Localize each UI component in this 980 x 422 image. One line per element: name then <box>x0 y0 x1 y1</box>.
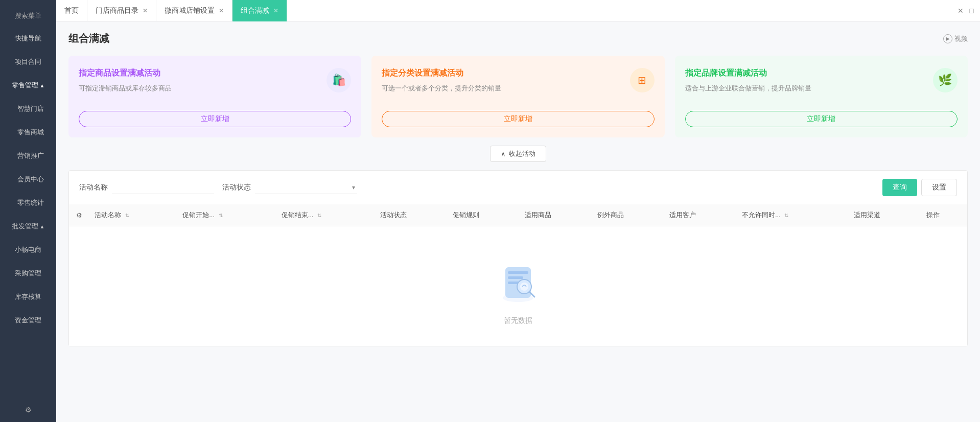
tab-bar: 首页 门店商品目录 ✕ 微商城店铺设置 ✕ 组合满减 ✕ ✕ □ <box>56 0 980 21</box>
table-col-promo-rule: 促销规则 <box>448 204 520 226</box>
sidebar-item-smart-store[interactable]: 智慧门店 <box>0 97 56 121</box>
tab-combo-discount[interactable]: 组合满减 ✕ <box>232 0 287 21</box>
sidebar-item-purchase-mgmt[interactable]: 采购管理 <box>0 262 56 285</box>
tab-wechat-store-close[interactable]: ✕ <box>219 7 224 14</box>
sidebar-item-retail-stats[interactable]: 零售统计 <box>0 191 56 215</box>
sort-icon-no-concurrent: ⇅ <box>784 213 788 218</box>
table-wrapper: ⚙ 活动名称 ⇅ 促销开始... ⇅ 促销结束... ⇅ <box>69 204 967 346</box>
activity-status-label: 活动状态 <box>222 183 251 192</box>
category-card-title: 指定分类设置满减活动 <box>382 68 654 79</box>
table-col-activity-status: 活动状态 <box>375 204 448 226</box>
sidebar-search[interactable]: 搜索菜单 <box>0 5 56 27</box>
promo-cards-row: 🛍️ 指定商品设置满减活动 可指定滞销商品或库存较多商品 立即新增 ⊞ 指定分类… <box>68 56 968 137</box>
tab-home[interactable]: 首页 <box>56 0 87 21</box>
settings-button[interactable]: 设置 <box>921 179 957 196</box>
brand-card-icon: 🌿 <box>933 68 958 92</box>
sidebar: 搜索菜单 快捷导航 项目合同 零售管理 智慧门店 零售商城 营销推广 会员中心 … <box>0 0 56 422</box>
empty-text: 暂无数据 <box>69 316 967 325</box>
content-area: 组合满减 ▶ 视频 🛍️ 指定商品设置满减活动 可指定滞销商品或库存较多商品 立… <box>56 21 980 422</box>
search-actions: 查询 设置 <box>882 179 957 196</box>
table-col-exception-goods: 例外商品 <box>592 204 665 226</box>
svg-rect-3 <box>508 276 523 279</box>
table-col-promo-end[interactable]: 促销结束... ⇅ <box>276 204 376 226</box>
table-col-applicable-channel: 适用渠道 <box>849 204 921 226</box>
table-col-no-concurrent[interactable]: 不允许同时... ⇅ <box>737 204 849 226</box>
page-title: 组合满减 <box>68 32 109 45</box>
product-card-add-button[interactable]: 立即新增 <box>79 111 351 127</box>
sidebar-item-inventory[interactable]: 库存核算 <box>0 285 56 309</box>
empty-icon <box>493 257 544 308</box>
category-card-desc: 可选一个或者多个分类，提升分类的销量 <box>382 84 654 103</box>
search-bar: 活动名称 活动状态 ▾ 查询 设置 <box>69 171 967 204</box>
table-col-promo-start[interactable]: 促销开始... ⇅ <box>177 204 276 226</box>
sidebar-item-retail-mall[interactable]: 零售商城 <box>0 121 56 144</box>
table-col-settings[interactable]: ⚙ <box>69 204 89 226</box>
sidebar-item-marketing[interactable]: 营销推广 <box>0 144 56 168</box>
sidebar-item-quick-nav[interactable]: 快捷导航 <box>0 27 56 50</box>
tab-combo-discount-close[interactable]: ✕ <box>273 7 278 14</box>
table-col-action: 操作 <box>921 204 967 226</box>
table-col-applicable-goods: 适用商品 <box>520 204 592 226</box>
main-area: 首页 门店商品目录 ✕ 微商城店铺设置 ✕ 组合满减 ✕ ✕ □ 组合满减 ▶ … <box>56 0 980 422</box>
sidebar-item-member-center[interactable]: 会员中心 <box>0 168 56 191</box>
svg-point-7 <box>520 283 528 291</box>
collapse-chevron-icon: ∧ <box>501 150 506 158</box>
settings-gear-icon[interactable]: ⚙ <box>0 397 56 422</box>
category-card-add-button[interactable]: 立即新增 <box>382 111 654 127</box>
activity-name-field: 活动名称 <box>79 181 214 194</box>
tab-store-catalog[interactable]: 门店商品目录 ✕ <box>87 0 156 21</box>
query-button[interactable]: 查询 <box>882 179 917 196</box>
promo-card-brand: 🌿 指定品牌设置满减活动 适合与上游企业联合做营销，提升品牌销量 立即新增 <box>675 56 968 137</box>
table-header-row: ⚙ 活动名称 ⇅ 促销开始... ⇅ 促销结束... ⇅ <box>69 204 967 226</box>
page-header: 组合满减 ▶ 视频 <box>68 32 968 45</box>
brand-card-desc: 适合与上游企业联合做营销，提升品牌销量 <box>685 84 958 103</box>
product-card-desc: 可指定滞销商品或库存较多商品 <box>79 84 351 103</box>
activity-table: ⚙ 活动名称 ⇅ 促销开始... ⇅ 促销结束... ⇅ <box>69 204 967 226</box>
activity-status-field: 活动状态 ▾ <box>222 181 357 194</box>
activity-name-input[interactable] <box>112 181 214 194</box>
table-col-applicable-customer: 适用客户 <box>664 204 737 226</box>
sort-icon-activity-name: ⇅ <box>125 213 129 218</box>
window-controls: ✕ □ <box>958 7 980 15</box>
product-card-title: 指定商品设置满减活动 <box>79 68 351 79</box>
empty-state: 暂无数据 <box>69 226 967 346</box>
maximize-window-icon[interactable]: □ <box>970 7 974 15</box>
brand-card-add-button[interactable]: 立即新增 <box>685 111 958 127</box>
svg-rect-2 <box>508 271 528 274</box>
sort-icon-promo-start: ⇅ <box>219 213 223 218</box>
brand-card-title: 指定品牌设置满减活动 <box>685 68 958 79</box>
play-icon: ▶ <box>943 34 952 43</box>
collapse-activity-button[interactable]: ∧ 收起活动 <box>490 146 546 162</box>
tab-wechat-store[interactable]: 微商城店铺设置 ✕ <box>156 0 232 21</box>
tab-store-catalog-close[interactable]: ✕ <box>143 7 148 14</box>
sidebar-item-finance[interactable]: 资金管理 <box>0 309 56 332</box>
sidebar-item-xiaochange[interactable]: 小畅电商 <box>0 238 56 262</box>
video-link[interactable]: ▶ 视频 <box>943 34 968 43</box>
sidebar-item-wholesale-mgmt[interactable]: 批发管理 <box>0 215 56 238</box>
close-window-icon[interactable]: ✕ <box>958 7 964 15</box>
activity-status-select-wrapper: ▾ <box>255 181 357 194</box>
sidebar-item-project-contract[interactable]: 项目合同 <box>0 50 56 74</box>
sidebar-item-retail-mgmt[interactable]: 零售管理 <box>0 74 56 97</box>
sort-icon-promo-end: ⇅ <box>317 213 321 218</box>
promo-card-category: ⊞ 指定分类设置满减活动 可选一个或者多个分类，提升分类的销量 立即新增 <box>371 56 664 137</box>
product-card-icon: 🛍️ <box>326 68 351 92</box>
promo-card-product: 🛍️ 指定商品设置满减活动 可指定滞销商品或库存较多商品 立即新增 <box>68 56 361 137</box>
table-col-activity-name[interactable]: 活动名称 ⇅ <box>89 204 177 226</box>
activity-status-select[interactable] <box>255 181 357 194</box>
activity-name-label: 活动名称 <box>79 183 108 192</box>
category-card-icon: ⊞ <box>630 68 655 92</box>
collapse-bar: ∧ 收起活动 <box>68 146 968 162</box>
